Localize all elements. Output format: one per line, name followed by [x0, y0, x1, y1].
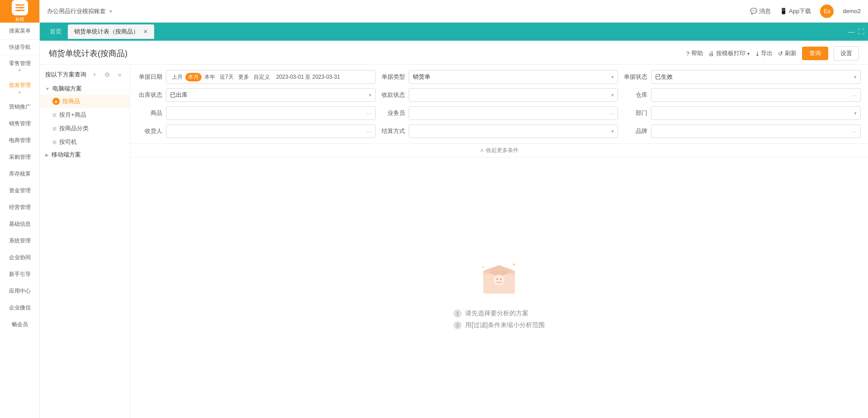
sidebar-item-system[interactable]: 系统管理 — [0, 233, 39, 249]
date-tab-last-month[interactable]: 上月 — [170, 73, 184, 81]
sidebar-item-sales[interactable]: 销售管理 — [0, 115, 39, 132]
date-tab-custom[interactable]: 自定义 — [252, 73, 272, 81]
help-icon: ? — [686, 50, 689, 57]
scheme-settings-icon[interactable]: ⚙ — [103, 70, 112, 79]
scheme-item-by-cashier[interactable]: ⊞ 按司机 — [40, 135, 130, 149]
tab-home[interactable]: 首页 — [43, 24, 68, 39]
department-control[interactable]: ▾ — [651, 106, 861, 120]
query-button[interactable]: 查询 — [802, 47, 828, 60]
svg-text:·: · — [506, 260, 507, 264]
sidebar-item-wechat-label: 企业微信 — [9, 304, 31, 312]
scheme-item-by-month-product[interactable]: ⊞ 按月+商品 — [40, 108, 130, 122]
refresh-label: 刷新 — [785, 49, 797, 57]
tab-window-buttons: — ⛶ — [848, 28, 864, 35]
scheme-item-icon-cashier: ⊞ — [52, 139, 57, 145]
user-avatar[interactable]: Ea — [820, 5, 834, 18]
help-button[interactable]: ? 帮助 — [686, 49, 703, 57]
logo-area[interactable]: 标橙 — [0, 0, 39, 23]
tab-close-icon[interactable]: ✕ — [143, 28, 148, 35]
print-button[interactable]: 🖨 按模板打印 ▾ — [708, 49, 750, 57]
scheme-group-desktop-header[interactable]: ▼ 电脑端方案 — [40, 83, 130, 95]
scheme-item-by-product[interactable]: ● 按商品 — [40, 95, 130, 108]
brand-control[interactable]: ··· — [651, 124, 861, 138]
scheme-collapse-icon[interactable]: « — [115, 70, 124, 79]
product-filter-item: 商品 ··· — [137, 106, 376, 120]
window-maximize-icon[interactable]: ⛶ — [858, 28, 864, 35]
sidebar-item-basic[interactable]: 基础信息 — [0, 216, 39, 233]
doc-type-dropdown-icon: ▾ — [611, 74, 614, 80]
sidebar-item-retail[interactable]: 零售管理 ▼ — [0, 55, 39, 77]
sidebar-item-wholesale[interactable]: 批发管理 ▲ — [0, 77, 39, 99]
scheme-item-by-product-label: 按商品 — [62, 97, 80, 105]
sidebar-item-inventory[interactable]: 库存核算 — [0, 166, 39, 182]
window-minimize-icon[interactable]: — — [848, 28, 854, 35]
doc-type-control[interactable]: 销货单 ▾ — [409, 70, 618, 84]
refresh-button[interactable]: ↺ 刷新 — [778, 49, 797, 57]
scheme-item-by-category[interactable]: ⊞ 按商品分类 — [40, 122, 130, 135]
tip-text-2: 用[过滤]条件来缩小分析范围 — [465, 321, 545, 329]
salesperson-control[interactable]: ··· — [409, 106, 618, 120]
doc-status-filter-item: 单据状态 已生效 ▾ — [623, 70, 861, 84]
date-tab-7days[interactable]: 近7天 — [218, 73, 236, 81]
search-menu[interactable]: 搜索菜单 — [0, 23, 39, 40]
tab-sales-report[interactable]: 销货单统计表（按商品） ✕ — [68, 24, 154, 39]
help-label: 帮助 — [691, 49, 703, 57]
scheme-item-by-month-product-label: 按月+商品 — [59, 111, 86, 119]
print-icon: 🖨 — [708, 50, 714, 57]
collapse-bar[interactable]: ∧ 收起更多条件 — [130, 144, 868, 157]
doc-status-filter-label: 单据状态 — [623, 73, 647, 81]
doc-status-control[interactable]: 已生效 ▾ — [651, 70, 861, 84]
product-control[interactable]: ··· — [166, 106, 376, 120]
sidebar-item-guide-label: 新手引导 — [9, 271, 31, 278]
scheme-panel: 按以下方案查询 ＋ ⚙ « ▼ 电脑端方案 ● 按商品 ⊞ — [40, 65, 130, 418]
tab-home-label: 首页 — [50, 28, 61, 36]
sidebar-item-retail-label: 零售管理 — [9, 60, 31, 67]
date-range-control[interactable]: 上月 本月 本年 近7天 更多 自定义 2023-03-01 至 2023-03… — [166, 70, 376, 84]
svg-text:✦: ✦ — [481, 265, 485, 270]
sidebar-item-basic-label: 基础信息 — [9, 220, 31, 228]
sidebar-item-ecommerce[interactable]: 电商管理 — [0, 132, 39, 149]
sidebar-item-guide[interactable]: 新手引导 — [0, 266, 39, 283]
receiver-control[interactable]: ··· — [166, 124, 376, 138]
out-status-control[interactable]: 已出库 ▾ — [166, 88, 376, 102]
settlement-control[interactable]: ▾ — [409, 124, 618, 138]
sidebar-item-member[interactable]: 畅会员 — [0, 316, 39, 333]
sidebar-item-wechat[interactable]: 企业微信 — [0, 299, 39, 316]
workspace-dropdown-icon[interactable]: ▾ — [109, 8, 112, 14]
sidebar-item-finance[interactable]: 资金管理 — [0, 182, 39, 199]
sidebar-item-operations[interactable]: 经营管理 — [0, 199, 39, 216]
brand-filter-item: 品牌 ··· — [623, 124, 861, 138]
tip-num-1: 1 — [453, 309, 462, 318]
export-label: 导出 — [761, 49, 773, 57]
sidebar-item-apps[interactable]: 应用中心 — [0, 283, 39, 299]
sidebar-item-member-label: 畅会员 — [12, 321, 28, 328]
svg-point-7 — [494, 275, 505, 285]
quick-nav[interactable]: 快捷导航 — [0, 40, 39, 55]
date-tab-more[interactable]: 更多 — [236, 73, 251, 81]
settlement-filter-item: 结算方式 ▾ — [380, 124, 618, 138]
scheme-group-mobile-header[interactable]: ▶ 移动端方案 — [40, 149, 130, 161]
sidebar-item-cooperation[interactable]: 企业协同 — [0, 249, 39, 266]
department-dropdown-icon: ▾ — [854, 110, 857, 116]
sidebar-item-purchase[interactable]: 采购管理 — [0, 149, 39, 166]
department-filter-label: 部门 — [623, 109, 647, 117]
nav-items: 零售管理 ▼ 批发管理 ▲ 营销推广 销售管理 电商管理 采购管理 库存核算 资… — [0, 55, 39, 418]
message-button[interactable]: 💬 消息 — [750, 7, 771, 15]
collection-status-filter-label: 收款状态 — [380, 91, 405, 99]
receiver-filter-item: 收货人 ··· — [137, 124, 376, 138]
svg-point-0 — [17, 4, 19, 6]
collection-status-control[interactable]: ▾ — [409, 88, 618, 102]
user-name[interactable]: demo2 — [843, 8, 861, 14]
sidebar-item-marketing[interactable]: 营销推广 — [0, 99, 39, 115]
warehouse-control[interactable]: ··· — [651, 88, 861, 102]
date-tab-this-year[interactable]: 本年 — [203, 73, 217, 81]
date-tab-this-month[interactable]: 本月 — [185, 73, 202, 81]
settings-button[interactable]: 设置 — [834, 46, 859, 61]
app-download-button[interactable]: 📱 App下载 — [780, 7, 811, 15]
product-filter-label: 商品 — [137, 109, 162, 117]
warehouse-filter-item: 仓库 ··· — [623, 88, 861, 102]
tab-bar: 首页 销货单统计表（按商品） ✕ — ⛶ — [40, 23, 868, 41]
group-mobile-arrow: ▶ — [45, 152, 49, 157]
export-button[interactable]: ⤓ 导出 — [755, 49, 773, 57]
scheme-add-button[interactable]: ＋ — [90, 70, 99, 79]
